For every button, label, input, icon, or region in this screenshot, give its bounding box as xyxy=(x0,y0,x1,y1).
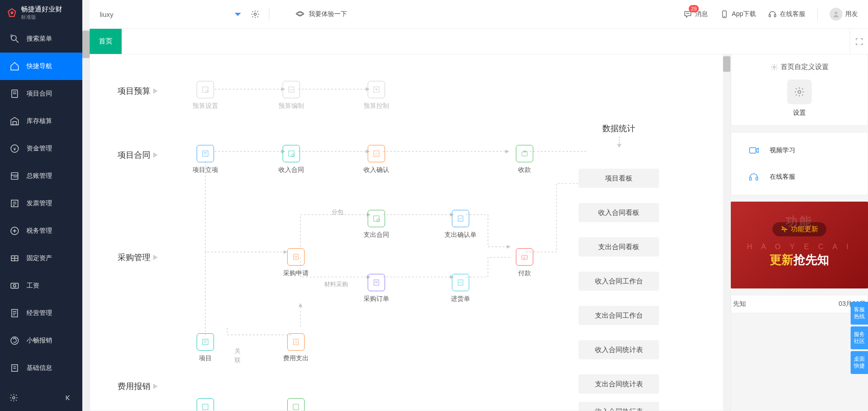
flow-node-label: 费用支出 xyxy=(283,354,309,363)
svg-rect-42 xyxy=(769,15,771,17)
flow-node-income-confirm[interactable]: 收入确认 xyxy=(354,145,399,174)
money-icon: ¥ xyxy=(9,143,20,154)
link-online-service[interactable]: 在线客服 xyxy=(745,164,854,190)
sidebar-item-quick-nav[interactable]: 快捷导航 xyxy=(0,53,82,80)
flow-node-proj-start[interactable]: 项目立项 xyxy=(182,145,228,174)
svg-point-90 xyxy=(798,91,801,93)
flow-node-label: 采购申请 xyxy=(283,269,309,278)
flow-node-purchase-order[interactable]: 采购订单 xyxy=(354,274,399,303)
sidebar-item-fixed-asset[interactable]: 固定资产 xyxy=(0,245,82,272)
stat-btn-project-board[interactable]: 项目看板 xyxy=(579,169,659,188)
download-app-label: App下载 xyxy=(732,10,756,18)
sidebar-item-label: 总账管理 xyxy=(27,172,52,180)
svg-rect-77 xyxy=(374,280,379,285)
home-customize-card: 首页自定义设置 设置 xyxy=(731,54,868,126)
messages-button[interactable]: 29 消息 xyxy=(683,10,708,19)
stat-btn-label: 收入合同工作台 xyxy=(595,277,643,286)
sidebar-item-label: 基础信息 xyxy=(27,364,52,372)
sidebar-item-project-contract[interactable]: 项目合同 xyxy=(0,80,82,107)
sidebar-item-label: 搜索菜单 xyxy=(27,35,52,43)
sidebar-item-reimburse[interactable]: 小畅报销 xyxy=(0,327,82,354)
download-app-button[interactable]: App下载 xyxy=(720,10,756,19)
user-menu[interactable]: 用友 xyxy=(830,8,858,21)
flow-node-income-contract[interactable]: 收入合同 xyxy=(268,145,314,174)
home-customize-settings-button[interactable]: 设置 xyxy=(739,80,859,117)
brand-subtitle: 标准版 xyxy=(21,14,62,21)
asset-icon xyxy=(9,253,20,264)
fullscreen-button[interactable] xyxy=(850,29,868,54)
stat-btn-expense-contract-workbench[interactable]: 支出合同工作台 xyxy=(579,306,659,325)
topbar: liuxy 我要体验一下 29 消息 App下载 在线客服 用友 xyxy=(90,0,868,29)
sidetag-hotline[interactable]: 客服热线 xyxy=(851,302,868,325)
section-contract-label: 项目合同 xyxy=(118,149,150,160)
settings-label: 设置 xyxy=(793,109,806,117)
flow-node-pay[interactable]: 付款 xyxy=(502,248,547,278)
flow-node-exp-contract[interactable]: 支出合同 xyxy=(354,210,399,239)
tax-icon xyxy=(9,225,20,236)
settings-button[interactable] xyxy=(251,10,260,19)
flow-node-label: 项目 xyxy=(199,354,212,363)
user-name: 用友 xyxy=(845,10,858,18)
user-avatar-icon xyxy=(830,8,842,21)
stat-btn-income-contract-exec[interactable]: 收入合同执行表 xyxy=(579,402,659,411)
collapse-icon[interactable] xyxy=(64,393,73,404)
sidebar-item-ledger[interactable]: 总账管理 xyxy=(0,162,82,190)
svg-rect-85 xyxy=(203,404,208,410)
stat-btn-expense-contract-board[interactable]: 支出合同看板 xyxy=(579,237,659,256)
svg-point-1 xyxy=(11,36,16,41)
flow-node-purchase-req[interactable]: 采购申请 xyxy=(273,248,319,278)
news-row[interactable]: 先知 03月06日 xyxy=(731,295,868,313)
divider xyxy=(817,7,818,21)
stat-btn-expense-contract-stats[interactable]: 支出合同统计表 xyxy=(579,374,659,394)
flow-node-partial-1[interactable] xyxy=(182,398,228,411)
svg-point-72 xyxy=(295,256,297,258)
svg-point-60 xyxy=(206,91,209,93)
try-demo-button[interactable]: 我要体验一下 xyxy=(295,9,347,20)
svg-point-23 xyxy=(13,284,16,287)
flow-node-budget-ctrl[interactable]: ¥预算控制 xyxy=(354,81,399,110)
svg-text:¥: ¥ xyxy=(13,147,16,151)
svg-rect-69 xyxy=(374,151,379,156)
sidebar-item-funds[interactable]: ¥资金管理 xyxy=(0,135,82,162)
sidetag-community[interactable]: 服务社区 xyxy=(851,326,868,349)
sidebar-item-tax[interactable]: 税务管理 xyxy=(0,217,82,245)
sidebar-item-basic-info[interactable]: 基础信息 xyxy=(0,354,82,382)
sidebar-item-operation[interactable]: 经营管理 xyxy=(0,299,82,327)
svg-text:¥: ¥ xyxy=(375,88,377,91)
settings-icon[interactable] xyxy=(9,393,18,404)
stat-btn-label: 收入合同执行表 xyxy=(595,407,643,411)
stat-btn-income-contract-board[interactable]: 收入合同看板 xyxy=(579,203,659,222)
stat-btn-income-contract-stats[interactable]: 收入合同统计表 xyxy=(579,340,659,359)
headset-icon xyxy=(747,170,761,184)
main-scrollbar[interactable] xyxy=(723,54,730,411)
online-service-button[interactable]: 在线客服 xyxy=(768,10,805,19)
org-selector[interactable]: liuxy xyxy=(100,11,251,18)
flow-node-budget-make[interactable]: 预算编制 xyxy=(268,81,314,110)
sidebar-scrollbar[interactable] xyxy=(82,29,90,411)
svg-marker-55 xyxy=(153,88,158,94)
stat-btn-label: 收入合同看板 xyxy=(598,208,639,217)
sidetag-desktop[interactable]: 桌面快捷 xyxy=(851,351,868,374)
stat-btn-label: 支出合同看板 xyxy=(598,243,639,251)
sidebar-item-inventory[interactable]: 库存核算 xyxy=(0,107,82,135)
flow-node-partial-2[interactable] xyxy=(273,398,319,411)
flow-node-budget-set[interactable]: 预算设置 xyxy=(182,81,228,110)
stat-btn-income-contract-workbench[interactable]: 收入合同工作台 xyxy=(579,272,659,291)
home-customize-title: 首页自定义设置 xyxy=(739,63,859,71)
flow-node-expense-out[interactable]: 费用支出 xyxy=(273,333,319,363)
svg-rect-81 xyxy=(203,339,208,345)
flow-node-exp-confirm[interactable]: 支出确认单 xyxy=(438,210,483,239)
sidebar-item-salary[interactable]: 工资 xyxy=(0,272,82,299)
svg-point-32 xyxy=(13,397,15,399)
link-video-learning[interactable]: 视频学习 xyxy=(745,137,854,164)
flow-node-collect[interactable]: 收款 xyxy=(502,145,547,174)
flow-node-project[interactable]: 项目 xyxy=(182,333,228,363)
svg-rect-43 xyxy=(774,15,776,17)
tab-home[interactable]: 首页 xyxy=(90,29,122,54)
quick-links-card: 视频学习 在线客服 xyxy=(731,132,868,195)
flow-node-goods-in[interactable]: 进货单 xyxy=(438,274,483,303)
sidebar-item-label: 发票管理 xyxy=(27,199,52,208)
sidebar-item-invoice[interactable]: 发票管理 xyxy=(0,190,82,217)
promo-banner[interactable]: 功能 功能更新 H A O Y E C A I 更新抢先知 xyxy=(731,202,868,288)
sidebar-item-search-menu[interactable]: 搜索菜单 xyxy=(0,25,82,53)
